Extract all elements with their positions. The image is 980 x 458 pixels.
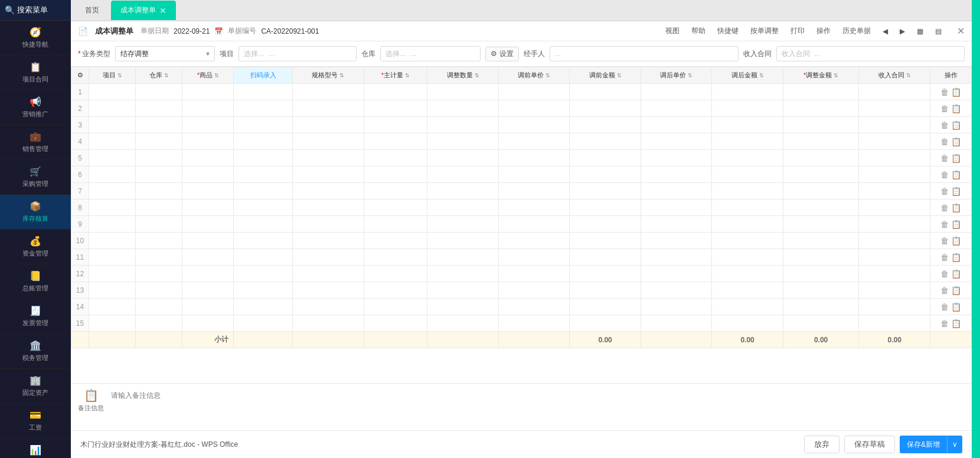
cell-row2-before_price[interactable] [498,100,569,117]
cell-row7-before_amount[interactable] [570,183,641,199]
cell-row6-spec[interactable] [293,166,364,183]
copy-icon-row9[interactable]: 📋 [951,220,961,229]
delete-icon-row8[interactable]: 🗑 [940,203,949,212]
cell-row12-unit[interactable] [364,266,427,282]
cell-row4-project[interactable] [89,133,136,150]
cell-row13-before_amount[interactable] [570,282,641,299]
copy-icon-row7[interactable]: 📋 [951,187,961,196]
doc-close-button[interactable]: ✕ [957,25,965,37]
cell-row9-project[interactable] [89,216,136,233]
sidebar-item-invoice-mgmt[interactable]: 🧾发票管理 [0,299,71,334]
cell-row8-product[interactable] [182,199,234,216]
cell-row15-income_contract[interactable] [859,315,930,332]
cell-row3-after_price[interactable] [641,117,711,133]
cell-row11-project[interactable] [89,249,136,266]
cell-row7-before_price[interactable] [498,183,569,199]
cell-row7-product[interactable] [182,183,234,199]
cell-row2-product[interactable] [182,100,234,117]
cell-row7-unit[interactable] [364,183,427,199]
cell-row9-after_price[interactable] [641,216,711,233]
copy-icon-row6[interactable]: 📋 [951,170,961,179]
cell-row14-operation[interactable]: 🗑 📋 [930,299,972,315]
cell-row15-after_amount[interactable] [712,315,783,332]
cell-row13-qty[interactable] [427,282,498,299]
copy-icon-row8[interactable]: 📋 [951,203,961,212]
cell-row1-project[interactable] [89,84,136,100]
cell-row3-operation[interactable]: 🗑 📋 [930,117,972,133]
cell-row4-income_contract[interactable] [859,133,930,150]
cell-row14-spec[interactable] [293,299,364,315]
cell-row8-adjust_amount[interactable] [783,199,859,216]
cell-row8-after_price[interactable] [641,199,711,216]
col-header-before_amount[interactable]: 调前金额 ⇅ [570,67,641,84]
cell-row6-project[interactable] [89,166,136,183]
cell-row1-after_amount[interactable] [712,84,783,100]
copy-icon-row10[interactable]: 📋 [951,236,961,246]
doc-action-batch-edit[interactable]: 按单调整 [747,25,782,37]
cell-row4-warehouse[interactable] [136,133,182,150]
doc-action-operation[interactable]: 操作 [813,25,834,37]
doc-action-shortcut[interactable]: 快捷键 [714,25,742,37]
cell-row7-operation[interactable]: 🗑 📋 [930,183,972,199]
sidebar-item-tax-mgmt[interactable]: 🏛️税务管理 [0,334,71,369]
cell-row12-before_amount[interactable] [570,266,641,282]
cell-row3-before_amount[interactable] [570,117,641,133]
cell-row14-warehouse[interactable] [136,299,182,315]
cell-row15-before_amount[interactable] [570,315,641,332]
cell-row5-product[interactable] [182,150,234,166]
cell-row13-before_price[interactable] [498,282,569,299]
cell-row11-before_amount[interactable] [570,249,641,266]
save-draft-button[interactable]: 保存草稿 [844,436,895,453]
sidebar-item-purchase-mgmt[interactable]: 🛒采购管理 [0,160,71,195]
col-header-income_contract[interactable]: 收入合同 ⇅ [859,67,930,84]
cell-row14-after_amount[interactable] [712,299,783,315]
calendar-icon[interactable]: 📅 [214,27,223,35]
cell-row9-warehouse[interactable] [136,216,182,233]
cell-row9-qty[interactable] [427,216,498,233]
cell-row1-operation[interactable]: 🗑 📋 [930,84,972,100]
cell-row15-before_price[interactable] [498,315,569,332]
delete-icon-row6[interactable]: 🗑 [940,170,949,179]
cell-row14-after_price[interactable] [641,299,711,315]
delete-icon-row13[interactable]: 🗑 [940,286,949,295]
cell-row2-before_amount[interactable] [570,100,641,117]
copy-icon-row2[interactable]: 📋 [951,104,961,113]
cell-row15-adjust_amount[interactable] [783,315,859,332]
col-header-after_amount[interactable]: 调后金额 ⇅ [712,67,783,84]
copy-icon-row5[interactable]: 📋 [951,153,961,163]
sidebar-item-fund-mgmt[interactable]: 💰资金管理 [0,230,71,264]
save-new-button[interactable]: 保存&新增 ∨ [900,436,962,453]
cell-row11-operation[interactable]: 🗑 📋 [930,249,972,266]
cell-row13-product[interactable] [182,282,234,299]
sidebar-item-fixed-assets[interactable]: 🏢固定资产 [0,369,71,404]
cell-row2-spec[interactable] [293,100,364,117]
cell-row13-after_amount[interactable] [712,282,783,299]
discard-button[interactable]: 放弃 [804,436,839,453]
cell-row4-spec[interactable] [293,133,364,150]
cell-row2-scan[interactable] [234,100,293,117]
col-header-product[interactable]: *商品 ⇅ [182,67,234,84]
cell-row6-warehouse[interactable] [136,166,182,183]
cell-row7-after_price[interactable] [641,183,711,199]
cell-row12-after_amount[interactable] [712,266,783,282]
sidebar-item-project-contract[interactable]: 📋项目合同 [0,55,71,90]
cell-row13-scan[interactable] [234,282,293,299]
cell-row1-qty[interactable] [427,84,498,100]
cell-row1-spec[interactable] [293,84,364,100]
doc-action-history[interactable]: 历史单据 [839,25,874,37]
col-header-scan[interactable]: 扫码录入 [234,67,293,84]
cell-row2-warehouse[interactable] [136,100,182,117]
delete-icon-row1[interactable]: 🗑 [940,87,949,97]
cell-row13-after_price[interactable] [641,282,711,299]
delete-icon-row7[interactable]: 🗑 [940,187,949,196]
cell-row12-warehouse[interactable] [136,266,182,282]
col-header-adjust_amount[interactable]: *调整金额 ⇅ [783,67,859,84]
cell-row4-before_price[interactable] [498,133,569,150]
col-header-spec[interactable]: 规格型号 ⇅ [293,67,364,84]
cell-row1-adjust_amount[interactable] [783,84,859,100]
cell-row8-project[interactable] [89,199,136,216]
cell-row11-before_price[interactable] [498,249,569,266]
copy-icon-row13[interactable]: 📋 [951,286,961,295]
doc-action-grid2[interactable]: ▤ [932,26,945,37]
cell-row5-after_amount[interactable] [712,150,783,166]
